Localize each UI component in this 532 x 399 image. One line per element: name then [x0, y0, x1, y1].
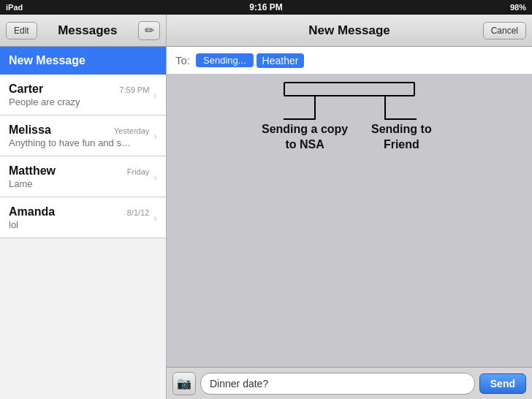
conv-name: Melissa: [9, 123, 51, 137]
conv-time: Friday: [127, 167, 150, 176]
nsa-annotation-label: Sending a copyto NSA: [262, 122, 348, 153]
input-bar: 📷 Send: [167, 367, 532, 399]
send-button[interactable]: Send: [479, 373, 526, 394]
cancel-button[interactable]: Cancel: [483, 22, 526, 39]
conv-name: Carter: [9, 83, 43, 96]
conv-time: 7:59 PM: [119, 86, 149, 94]
conversation-list: Carter 7:59 PM People are crazy › Meliss…: [0, 75, 166, 399]
main-container: Edit Messages ✏ New Message Carter 7:59 …: [0, 15, 532, 399]
annotation-container: Sending a copyto NSA Sending toFriend: [225, 82, 474, 177]
conv-name: Matthew: [9, 164, 56, 178]
new-message-label: New Message: [9, 54, 86, 66]
compose-button[interactable]: ✏: [138, 21, 160, 40]
new-message-item[interactable]: New Message: [0, 47, 166, 75]
conv-name: Amanda: [9, 205, 55, 218]
conv-preview: Lame: [9, 178, 133, 189]
to-label: To:: [175, 54, 190, 66]
right-panel: New Message Cancel To: Sending... Heathe…: [167, 15, 532, 399]
sending-indicator: Sending...: [196, 53, 254, 67]
message-area: Sending a copyto NSA Sending toFriend: [167, 75, 532, 367]
conv-preview: People are crazy: [9, 96, 133, 107]
list-item[interactable]: Amanda 8/1/12 lol ›: [0, 197, 166, 238]
left-bracket-line: [314, 96, 316, 118]
sidebar-title: Messages: [58, 23, 117, 38]
chevron-right-icon: ›: [153, 212, 157, 224]
sidebar-header: Edit Messages ✏: [0, 15, 166, 47]
chevron-right-icon: ›: [153, 171, 157, 183]
message-title: New Message: [308, 23, 390, 38]
conv-info: Amanda 8/1/12 lol: [9, 205, 149, 230]
to-field[interactable]: To: Sending... Heather: [167, 47, 532, 75]
conv-info: Matthew Friday Lame: [9, 164, 149, 189]
conv-time: Yesterday: [114, 126, 150, 135]
list-item[interactable]: Melissa Yesterday Anything to have fun a…: [0, 115, 166, 156]
recipient-bubble: Heather: [256, 53, 305, 68]
conv-info: Melissa Yesterday Anything to have fun a…: [9, 123, 149, 148]
friend-annotation-label: Sending toFriend: [371, 122, 432, 153]
conv-time: 8/1/12: [127, 208, 150, 217]
conv-info: Carter 7:59 PM People are crazy: [9, 83, 149, 107]
status-bar: iPad 9:16 PM 98%: [0, 0, 532, 15]
sending-bar-box: [284, 82, 415, 96]
compose-icon: ✏: [145, 23, 154, 37]
conv-preview: lol: [9, 219, 133, 230]
edit-button[interactable]: Edit: [6, 22, 37, 39]
message-input[interactable]: [200, 373, 475, 395]
chevron-right-icon: ›: [153, 130, 157, 142]
conv-preview: Anything to have fun and something to re…: [9, 137, 133, 148]
list-item[interactable]: Carter 7:59 PM People are crazy ›: [0, 75, 166, 115]
list-item[interactable]: Matthew Friday Lame ›: [0, 156, 166, 197]
annotation-lines: Sending a copyto NSA Sending toFriend: [225, 82, 474, 177]
chevron-right-icon: ›: [153, 89, 157, 101]
right-bracket-line: [384, 96, 386, 118]
carrier-label: iPad: [6, 3, 23, 12]
sidebar: Edit Messages ✏ New Message Carter 7:59 …: [0, 15, 167, 399]
right-bracket-h: [384, 118, 417, 120]
clock: 9:16 PM: [249, 2, 282, 12]
message-header: New Message Cancel: [167, 15, 532, 47]
battery-label: 98%: [510, 3, 526, 12]
left-bracket-h: [284, 118, 316, 120]
camera-button[interactable]: 📷: [172, 372, 196, 395]
